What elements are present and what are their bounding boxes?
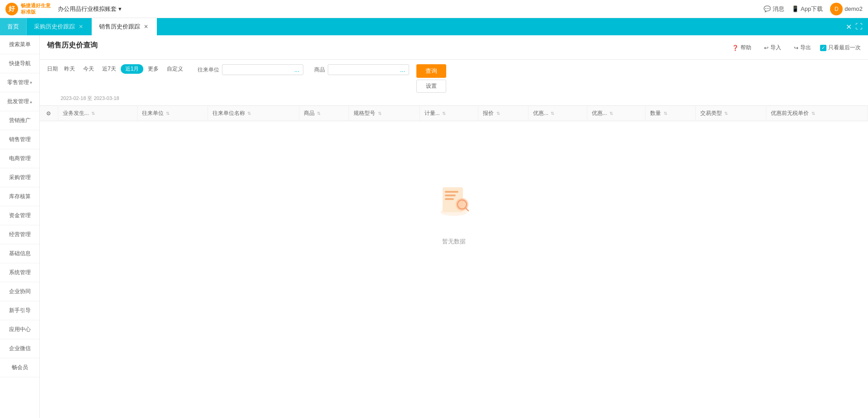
sidebar: 搜索菜单 快捷导航 零售管理 ▾ 批发管理 ▴ 营销推广 销售管理 电商管理 采… [0, 35, 40, 418]
table-container: ⚙ 业务发生... ⇅ 往来单位 ⇅ 往来单位名称 ⇅ [40, 106, 868, 418]
sort-icon: ⇅ [496, 111, 500, 116]
help-icon: ❓ [732, 45, 739, 51]
logo-text: 畅捷通好生意 标准版 [21, 3, 51, 14]
tab-sales-history[interactable]: 销售历史价跟踪 ✕ [92, 18, 157, 35]
chevron-down-icon: ▾ [118, 5, 122, 12]
page-title: 销售历史价查询 [47, 41, 98, 55]
col-settings[interactable]: ⚙ [40, 106, 58, 121]
top-bar-left: 好 畅捷通好生意 标准版 办公用品行业模拟账套 ▾ [5, 3, 125, 15]
col-pre-tax-price[interactable]: 优惠前无税单价 ⇅ [766, 106, 868, 121]
counterpart-input[interactable]: ... [222, 64, 303, 75]
sidebar-item-operation[interactable]: 经营管理 [0, 225, 39, 244]
sidebar-item-retail-mgmt[interactable]: 零售管理 ▾ [0, 73, 39, 92]
sort-icon: ⇅ [551, 111, 554, 116]
avatar: D [830, 3, 843, 15]
sidebar-item-finance[interactable]: 资金管理 [0, 206, 39, 225]
col-counterpart-code[interactable]: 往来单位 ⇅ [137, 106, 208, 121]
col-counterpart-name[interactable]: 往来单位名称 ⇅ [208, 106, 299, 121]
top-bar-right: 💬 消息 📱 App下载 D demo2 [764, 3, 863, 15]
tab-home[interactable]: 首页 [0, 18, 27, 35]
user-name: demo2 [844, 5, 863, 12]
col-biz-date[interactable]: 业务发生... ⇅ [58, 106, 137, 121]
sidebar-item-enterprise-wx[interactable]: 企业微信 [0, 339, 39, 358]
workspace-selector[interactable]: 办公用品行业模拟账套 ▾ [54, 3, 125, 15]
sidebar-item-system[interactable]: 系统管理 [0, 263, 39, 282]
tab-purchase-history-close[interactable]: ✕ [78, 23, 84, 31]
sort-icon: ⇅ [317, 111, 321, 116]
tab-spacer [157, 18, 840, 35]
product-label: 商品 [314, 66, 325, 74]
tab-sales-history-close[interactable]: ✕ [143, 23, 149, 31]
date-label: 日期 [47, 65, 58, 73]
settings-button[interactable]: 设置 [416, 80, 446, 93]
tab-bar-actions: ✕ ⛶ [840, 18, 868, 35]
chevron-up-icon: ▴ [30, 99, 32, 104]
logo-icon: 好 [5, 3, 18, 15]
date-custom[interactable]: 自定义 [163, 64, 187, 74]
counterpart-label: 往来单位 [198, 66, 219, 74]
sort-icon: ⇅ [378, 111, 382, 116]
import-button[interactable]: ↩ 导入 [760, 42, 785, 53]
sidebar-item-search-menu[interactable]: 搜索菜单 [0, 35, 39, 54]
sort-icon: ⇅ [609, 111, 613, 116]
query-button[interactable]: 查询 [416, 64, 446, 78]
sort-icon: ⇅ [664, 111, 667, 116]
sidebar-item-guide[interactable]: 新手引导 [0, 301, 39, 320]
svg-rect-3 [445, 195, 456, 196]
svg-rect-4 [445, 198, 454, 200]
date-more[interactable]: 更多 [144, 64, 162, 74]
sidebar-item-marketing[interactable]: 营销推广 [0, 111, 39, 130]
filter-area: 日期 昨天 今天 近7天 近1月 更多 自定义 往来单位 ... [40, 60, 868, 106]
sort-icon: ⇅ [724, 111, 728, 116]
data-table: ⚙ 业务发生... ⇅ 往来单位 ⇅ 往来单位名称 ⇅ [40, 106, 868, 121]
sort-icon: ⇅ [442, 111, 446, 116]
sort-icon: ⇅ [247, 111, 251, 116]
app-download-button[interactable]: 📱 App下载 [792, 5, 823, 13]
col-quantity[interactable]: 数量 ⇅ [646, 106, 696, 121]
close-tab-button[interactable]: ✕ [846, 23, 852, 31]
sidebar-item-basic-info[interactable]: 基础信息 [0, 244, 39, 263]
svg-rect-2 [445, 191, 458, 193]
col-spec[interactable]: 规格型号 ⇅ [349, 106, 420, 121]
counterpart-dots-icon[interactable]: ... [294, 66, 300, 73]
date-shortcuts: 昨天 今天 近7天 近1月 更多 自定义 [61, 64, 187, 74]
phone-icon: 📱 [792, 5, 799, 12]
import-icon: ↩ [764, 45, 769, 51]
sidebar-item-wholesale-mgmt[interactable]: 批发管理 ▴ [0, 92, 39, 111]
sort-icon: ⇅ [91, 111, 95, 116]
empty-state: 暂无数据 [40, 121, 868, 302]
only-last-checkbox[interactable]: ✓ [820, 45, 826, 51]
user-menu[interactable]: D demo2 [830, 3, 863, 15]
sidebar-item-enterprise[interactable]: 企业协同 [0, 282, 39, 301]
col-trade-type[interactable]: 交易类型 ⇅ [696, 106, 766, 121]
sidebar-item-quick-nav[interactable]: 快捷导航 [0, 54, 39, 73]
date-range-display: 2023-02-18 至 2023-03-18 [61, 95, 119, 101]
sidebar-item-inventory[interactable]: 库存核算 [0, 187, 39, 206]
main-layout: 搜索菜单 快捷导航 零售管理 ▾ 批发管理 ▴ 营销推广 销售管理 电商管理 采… [0, 35, 868, 418]
date-last1m[interactable]: 近1月 [121, 64, 144, 74]
col-quoted-price[interactable]: 报价 ⇅ [478, 106, 528, 121]
sidebar-item-app-center[interactable]: 应用中心 [0, 320, 39, 339]
maximize-button[interactable]: ⛶ [855, 23, 863, 31]
message-button[interactable]: 💬 消息 [764, 5, 784, 13]
sort-icon: ⇅ [811, 111, 815, 116]
col-product[interactable]: 商品 ⇅ [299, 106, 349, 121]
product-dots-icon[interactable]: ... [400, 66, 406, 73]
empty-text: 暂无数据 [442, 238, 466, 246]
product-input[interactable]: ... [328, 64, 409, 75]
only-last-checkbox-group[interactable]: ✓ 只看最后一次 [820, 44, 861, 52]
tab-purchase-history[interactable]: 采购历史价跟踪 ✕ [27, 18, 92, 35]
date-today[interactable]: 今天 [80, 64, 98, 74]
help-button[interactable]: ❓ 帮助 [728, 42, 755, 53]
col-unit[interactable]: 计量... ⇅ [420, 106, 478, 121]
col-discount1[interactable]: 优惠... ⇅ [528, 106, 587, 121]
export-button[interactable]: ↪ 导出 [790, 42, 815, 53]
sidebar-item-ecommerce[interactable]: 电商管理 [0, 149, 39, 168]
sidebar-item-sales-mgmt[interactable]: 销售管理 [0, 130, 39, 149]
date-last7[interactable]: 近7天 [99, 64, 120, 74]
content-area: 销售历史价查询 ❓ 帮助 ↩ 导入 ↪ 导出 ✓ [40, 35, 868, 418]
col-discount2[interactable]: 优惠... ⇅ [587, 106, 646, 121]
sidebar-item-member[interactable]: 畅会员 [0, 358, 39, 377]
date-yesterday[interactable]: 昨天 [61, 64, 79, 74]
sidebar-item-purchase-mgmt[interactable]: 采购管理 [0, 168, 39, 187]
